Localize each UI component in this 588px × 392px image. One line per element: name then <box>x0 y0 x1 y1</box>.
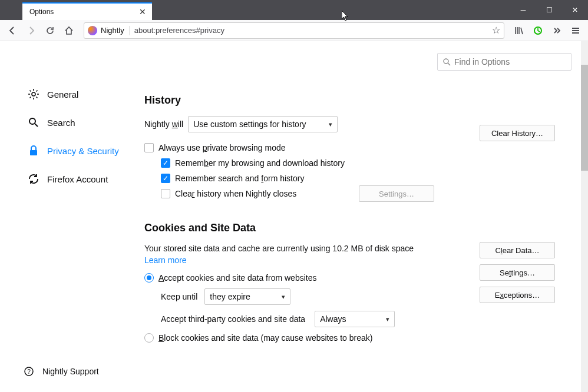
sidebar-item-search[interactable]: Search <box>22 111 144 134</box>
clear-on-close-label: Clear history when Nightly closes <box>175 189 296 198</box>
identity-label: Nightly <box>101 26 124 35</box>
url-text: about:preferences#privacy <box>134 26 492 35</box>
svg-point-6 <box>444 59 448 64</box>
minimize-button[interactable]: ─ <box>510 0 536 20</box>
help-icon: ? <box>22 365 35 378</box>
find-in-options[interactable] <box>437 53 572 71</box>
cookies-heading: Cookies and Site Data <box>144 222 572 234</box>
navigation-toolbar: Nightly about:preferences#privacy ☆ <box>0 20 588 41</box>
remember-browsing-checkbox[interactable]: ✓ <box>161 158 170 168</box>
sync-icon <box>27 172 40 185</box>
history-heading: History <box>144 94 572 107</box>
cookies-section: Cookies and Site Data Your stored site d… <box>144 222 572 343</box>
svg-text:?: ? <box>27 368 31 375</box>
remember-search-checkbox[interactable]: ✓ <box>161 174 170 183</box>
sidebar: General Search Privacy & Security Firefo… <box>0 41 144 392</box>
reload-button[interactable] <box>41 22 59 39</box>
tab-title: Options <box>29 8 138 16</box>
close-window-button[interactable]: ✕ <box>562 0 588 20</box>
sidebar-item-label: Firefox Account <box>47 174 108 184</box>
scrollbar-thumb[interactable] <box>581 65 588 171</box>
library-button[interactable] <box>510 22 528 39</box>
gear-icon <box>27 88 40 101</box>
search-icon <box>442 58 451 66</box>
sidebar-item-label: General <box>47 89 78 99</box>
nightly-logo-icon <box>88 26 97 35</box>
svg-rect-3 <box>30 150 37 155</box>
accept-cookies-radio[interactable] <box>144 273 154 283</box>
sidebar-item-label: Search <box>47 118 75 128</box>
block-cookies-radio[interactable] <box>144 333 154 343</box>
home-button[interactable] <box>60 22 78 39</box>
block-cookies-label: Block cookies and site data (may cause w… <box>158 333 372 343</box>
history-will-label: Nightly will <box>144 119 183 129</box>
sidebar-footer[interactable]: ? Nightly Support <box>22 365 99 378</box>
lock-icon <box>27 144 40 157</box>
main-panel: History Nightly will Use custom settings… <box>144 41 588 392</box>
history-section: History Nightly will Use custom settings… <box>144 94 572 198</box>
remember-search-label: Remember search and form history <box>175 174 304 183</box>
svg-point-2 <box>29 118 35 124</box>
clear-on-close-checkbox[interactable] <box>161 189 170 198</box>
private-browsing-label: Always use private browsing mode <box>158 143 286 152</box>
sidebar-item-privacy[interactable]: Privacy & Security <box>22 139 144 162</box>
exceptions-button[interactable]: Exceptions… <box>480 287 555 303</box>
history-mode-select[interactable]: Use custom settings for history <box>188 116 338 132</box>
site-identity[interactable]: Nightly <box>88 26 130 35</box>
maximize-button[interactable]: ☐ <box>536 0 562 20</box>
third-party-select[interactable]: Always <box>315 311 395 327</box>
bookmark-star-icon[interactable]: ☆ <box>492 25 500 36</box>
keep-until-select[interactable]: they expire <box>204 288 290 305</box>
third-party-label: Accept third-party cookies and site data <box>161 314 305 324</box>
forward-button[interactable] <box>22 22 40 39</box>
extension-button[interactable] <box>529 22 547 39</box>
accept-cookies-label: Accept cookies and site data from websit… <box>158 273 316 283</box>
menu-button[interactable] <box>567 22 584 39</box>
history-settings-button: Settings… <box>359 185 434 202</box>
private-browsing-checkbox[interactable] <box>144 143 154 152</box>
cookies-settings-button[interactable]: Settings… <box>480 264 555 281</box>
search-icon <box>27 116 40 129</box>
remember-browsing-label: Remember my browsing and download histor… <box>175 158 345 168</box>
back-button[interactable] <box>4 22 21 39</box>
clear-history-button[interactable]: Clear History… <box>480 125 555 141</box>
svg-point-1 <box>32 92 35 96</box>
sidebar-item-general[interactable]: General <box>22 82 144 106</box>
address-bar[interactable]: Nightly about:preferences#privacy ☆ <box>84 22 504 39</box>
sidebar-item-label: Privacy & Security <box>47 146 119 156</box>
window-controls: ─ ☐ ✕ <box>510 0 588 20</box>
search-input[interactable] <box>454 57 566 67</box>
sidebar-footer-label: Nightly Support <box>42 367 99 376</box>
title-bar: Options ✕ ─ ☐ ✕ <box>0 0 588 20</box>
overflow-button[interactable] <box>548 22 566 39</box>
clear-data-button[interactable]: Clear Data… <box>480 242 555 258</box>
keep-until-label: Keep until <box>161 292 197 301</box>
close-tab-icon[interactable]: ✕ <box>138 7 147 16</box>
vertical-scrollbar[interactable] <box>581 41 588 392</box>
content-area: General Search Privacy & Security Firefo… <box>0 41 588 392</box>
sidebar-item-account[interactable]: Firefox Account <box>22 167 144 191</box>
browser-tab[interactable]: Options ✕ <box>22 2 152 20</box>
